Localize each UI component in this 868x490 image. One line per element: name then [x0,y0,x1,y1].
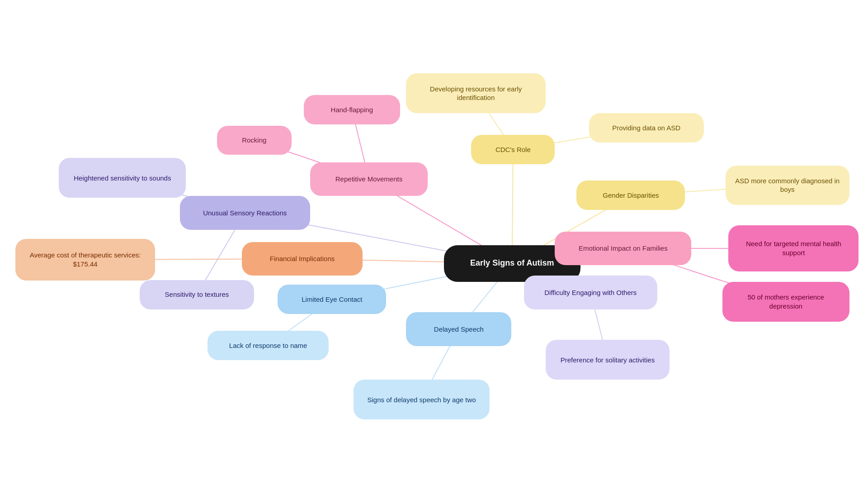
node-avg-cost: Average cost of therapeutic services: $1… [15,239,155,281]
node-providing-data: Providing data on ASD [589,113,704,143]
node-limited-eye: Limited Eye Contact [278,285,386,314]
node-sensitivity-sounds: Heightened sensitivity to sounds [59,158,186,198]
node-need-mental: Need for targeted mental health support [728,225,859,271]
node-repetitive: Repetitive Movements [310,162,428,196]
node-rocking: Rocking [217,126,292,155]
node-preference-solitary: Preference for solitary activities [546,340,670,380]
node-delayed-speech: Delayed Speech [406,312,511,346]
mind-map: Early Signs of AutismRepetitive Movement… [0,0,868,490]
node-signs-delayed: Signs of delayed speech by age two [354,380,490,419]
node-sensitivity-textures: Sensitivity to textures [140,280,255,309]
node-unusual-sensory: Unusual Sensory Reactions [180,196,310,229]
node-difficulty-engaging: Difficulty Engaging with Others [524,276,657,309]
node-asd-boys: ASD more commonly diagnosed in boys [726,166,849,205]
node-financial: Financial Implications [242,242,363,276]
node-gender-disparities: Gender Disparities [576,181,685,210]
node-developing-resources: Developing resources for early identific… [406,73,546,113]
node-hand-flapping: Hand-flapping [304,95,400,124]
node-mothers-depression: 50 of mothers experience depression [722,282,849,322]
node-lack-response: Lack of response to name [208,331,328,360]
node-cdcs-role: CDC's Role [471,135,555,164]
node-emotional-impact: Emotional Impact on Families [555,232,691,265]
